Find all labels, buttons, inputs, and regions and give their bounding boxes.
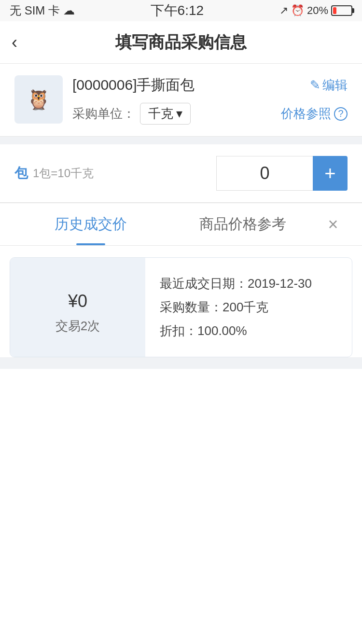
unit-sub-label: 1包=10千克 <box>33 166 94 181</box>
bottom-panel: 历史成交价 商品价格参考 × ¥0 交易2次 最近成交日期：2019-12-30… <box>0 203 362 357</box>
quantity-input-group: 0 + <box>216 156 348 191</box>
tab-product-price[interactable]: 商品价格参考 <box>167 203 319 245</box>
tab-history-price[interactable]: 历史成交价 <box>14 203 167 245</box>
history-card: ¥0 交易2次 最近成交日期：2019-12-30 采购数量：200千克 折扣：… <box>10 257 352 357</box>
unit-label: 采购单位： <box>72 105 135 122</box>
product-header: [0000006]手撕面包 ✎ 编辑 <box>72 75 348 95</box>
trade-count: 交易2次 <box>56 318 100 335</box>
tab-product-label: 商品价格参考 <box>199 214 286 234</box>
battery-percent: 20% <box>307 4 328 17</box>
status-right: ↗ ⏰ 20% <box>279 4 352 17</box>
nav-bar: ‹ 填写商品采购信息 <box>0 21 362 64</box>
edit-button[interactable]: ✎ 编辑 <box>310 77 348 94</box>
recent-date-row: 最近成交日期：2019-12-30 <box>160 275 337 292</box>
price-value: 0 <box>78 291 87 311</box>
unit-selector-group: 采购单位： 千克 ▾ <box>72 103 191 125</box>
price-symbol: ¥ <box>68 291 78 311</box>
product-info: [0000006]手撕面包 ✎ 编辑 采购单位： 千克 ▾ 价格参照 ? <box>72 75 348 125</box>
battery-icon <box>331 5 352 16</box>
price-ref-label: 价格参照 <box>281 105 331 122</box>
dropdown-chevron-icon: ▾ <box>176 106 182 121</box>
product-card: 🦉 [0000006]手撕面包 ✎ 编辑 采购单位： 千克 ▾ 价格参照 ? <box>0 64 362 137</box>
discount-label: 折扣： <box>160 323 197 338</box>
history-price-display: ¥0 <box>68 280 87 314</box>
status-left: 无 SIM 卡 ☁ <box>10 3 75 18</box>
history-price-section: ¥0 交易2次 <box>10 258 145 357</box>
status-bar: 无 SIM 卡 ☁ 下午6:12 ↗ ⏰ 20% <box>0 0 362 21</box>
section-divider <box>0 137 362 144</box>
help-icon: ? <box>334 107 348 121</box>
quantity-input[interactable]: 0 <box>216 156 313 191</box>
discount-value: 100.00% <box>197 323 247 338</box>
edit-icon: ✎ <box>310 78 320 93</box>
sim-label: 无 SIM 卡 ☁ <box>10 3 75 18</box>
product-name: [0000006]手撕面包 <box>72 75 195 95</box>
unit-select-dropdown[interactable]: 千克 ▾ <box>140 103 191 125</box>
unit-icon-label: 包 <box>14 164 28 182</box>
recent-date-label: 最近成交日期： <box>160 276 248 291</box>
close-panel-button[interactable]: × <box>319 210 348 239</box>
history-detail-section: 最近成交日期：2019-12-30 采购数量：200千克 折扣：100.00% <box>145 258 352 357</box>
unit-value: 千克 <box>148 105 173 122</box>
recent-date-value: 2019-12-30 <box>248 276 312 291</box>
alarm-icon: ⏰ <box>291 4 304 17</box>
quantity-plus-button[interactable]: + <box>313 156 348 191</box>
quantity-label-group: 包 1包=10千克 <box>14 164 94 182</box>
page-fill <box>0 369 362 644</box>
purchase-qty-value: 200千克 <box>223 300 268 314</box>
purchase-qty-row: 采购数量：200千克 <box>160 299 337 316</box>
purchase-qty-label: 采购数量： <box>160 300 223 314</box>
tabs-bar: 历史成交价 商品价格参考 × <box>0 203 362 246</box>
tab-active-indicator <box>76 243 105 245</box>
tab-history-label: 历史成交价 <box>55 214 127 234</box>
product-logo-icon: 🦉 <box>27 88 51 111</box>
location-icon: ↗ <box>279 4 288 17</box>
page-title: 填写商品采购信息 <box>115 31 247 54</box>
discount-row: 折扣：100.00% <box>160 322 337 339</box>
product-thumbnail: 🦉 <box>14 75 63 124</box>
back-button[interactable]: ‹ <box>12 32 17 53</box>
edit-label: 编辑 <box>322 77 348 94</box>
product-unit-row: 采购单位： 千克 ▾ 价格参照 ? <box>72 103 348 125</box>
price-ref-button[interactable]: 价格参照 ? <box>281 105 348 122</box>
status-time: 下午6:12 <box>151 1 204 20</box>
quantity-row: 包 1包=10千克 0 + <box>0 144 362 203</box>
